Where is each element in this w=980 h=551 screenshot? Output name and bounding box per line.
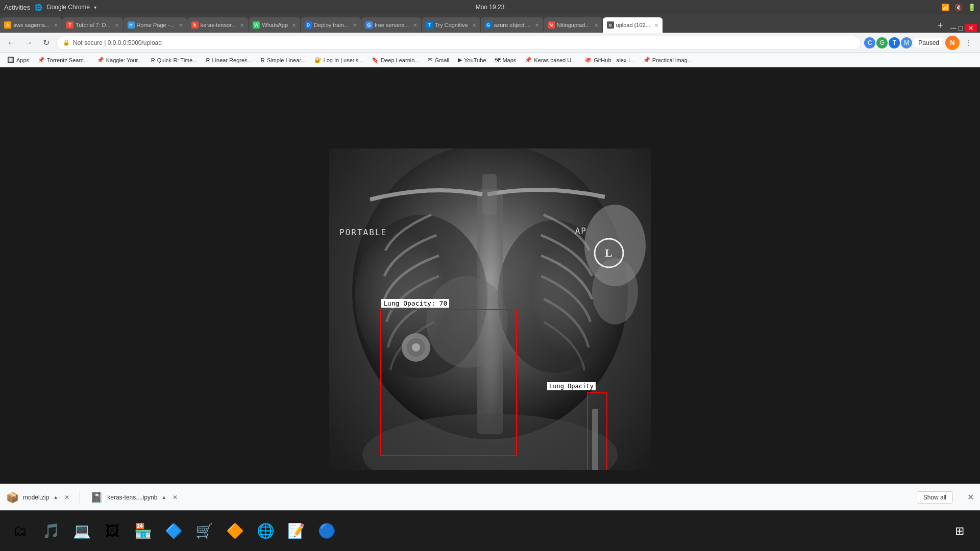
download-chevron-1[interactable]: ▲ (53, 494, 58, 500)
download-item-2[interactable]: 📓 keras-tens....ipynb ▲ ✕ (90, 491, 178, 504)
taskbar-app-software[interactable]: 🏪 (129, 517, 157, 545)
bookmarks-bar: 🔲Apps📌Torrentz Searc...📌Kaggle: Your...R… (0, 53, 980, 67)
browser-tab-tab10[interactable]: N Nitinguptad... ✕ (544, 17, 602, 33)
download-close-2[interactable]: ✕ (173, 494, 178, 501)
browser-tab-tab9[interactable]: G azure object ... ✕ (481, 17, 543, 33)
tab-close-tab6[interactable]: ✕ (353, 22, 357, 28)
bookmark-icon-6: 🔐 (314, 57, 322, 63)
download-bar-close[interactable]: ✕ (967, 492, 974, 502)
tab-label-tab9: azure object ... (494, 22, 531, 28)
bookmark-item-8[interactable]: ✉Gmail (424, 55, 453, 66)
bookmark-icon-8: ✉ (428, 57, 432, 63)
browser-tab-tab8[interactable]: T Try Cognitive ✕ (422, 17, 480, 33)
browser-tab-tab7[interactable]: G free servers... ✕ (361, 17, 421, 33)
minimize-button[interactable]: ─ (950, 23, 956, 33)
lock-icon: 🔒 (63, 39, 70, 46)
bookmark-item-10[interactable]: 🗺Maps (491, 55, 520, 66)
app-grid-button[interactable]: ⊞ (945, 517, 974, 545)
url-input-box[interactable]: 🔒 Not secure | 0.0.0.0:5000/upload (56, 36, 861, 50)
browser-tab-tab1[interactable]: A aws sagema... ✕ (0, 17, 62, 33)
bookmark-label-11: Keras based U... (534, 57, 576, 63)
svg-text:L: L (605, 246, 612, 259)
download-item-1[interactable]: 📦 model.zip ▲ ✕ (6, 491, 69, 504)
browser-tab-tab2[interactable]: T Tutorial 7: D... ✕ (62, 17, 123, 33)
bookmark-item-1[interactable]: 📌Torrentz Searc... (34, 55, 92, 66)
tab-close-tab11[interactable]: ✕ (654, 22, 658, 28)
bookmark-label-6: Log In | user's... (324, 57, 363, 63)
back-button[interactable]: ← (4, 36, 18, 50)
bookmark-label-8: Gmail (434, 57, 449, 63)
reload-button[interactable]: ↻ (39, 36, 53, 50)
bookmark-item-3[interactable]: RQuick-R: Time... (147, 55, 202, 66)
tab-close-tab4[interactable]: ✕ (240, 22, 244, 28)
tab-favicon-tab10: N (548, 21, 555, 29)
bookmark-item-13[interactable]: 📌Practical imag... (639, 55, 696, 66)
taskbar-app-chrome[interactable]: 🌐 (251, 517, 280, 545)
tab-favicon-tab11: u (607, 21, 614, 29)
paused-badge[interactable]: Paused (914, 38, 943, 47)
bookmark-item-2[interactable]: 📌Kaggle: Your... (93, 55, 146, 66)
tab-close-tab8[interactable]: ✕ (472, 22, 476, 28)
bookmark-item-9[interactable]: ▶YouTube (454, 55, 490, 66)
tab-close-tab2[interactable]: ✕ (115, 22, 119, 28)
taskbar-app-vlc[interactable]: 🔶 (220, 517, 249, 545)
tab-close-tab7[interactable]: ✕ (413, 22, 417, 28)
ext-icon-1[interactable]: C (864, 37, 875, 48)
forward-button[interactable]: → (21, 36, 36, 50)
bookmark-label-4: Linear Regres... (212, 57, 252, 63)
bookmark-icon-7: 🔖 (372, 57, 379, 63)
browser-tab-tab11[interactable]: u upload (102... ✕ (603, 17, 663, 33)
ext-icon-3[interactable]: T (889, 37, 900, 48)
tab-favicon-tab2: T (66, 21, 74, 29)
chrome-title[interactable]: Google Chrome (46, 4, 90, 11)
download-close-1[interactable]: ✕ (64, 494, 69, 501)
bookmark-item-4[interactable]: RLinear Regres... (202, 55, 256, 66)
browser-tab-tab5[interactable]: W WhatsApp ✕ (249, 17, 300, 33)
taskbar-app-vscode[interactable]: 🔵 (312, 517, 341, 545)
battery-icon: 🔋 (968, 4, 976, 11)
bookmark-item-11[interactable]: 📌Keras based U... (521, 55, 580, 66)
svg-point-10 (592, 258, 638, 324)
bookmark-item-12[interactable]: 🐙GitHub - alex-l... (580, 55, 638, 66)
profile-avatar[interactable]: N (945, 36, 960, 50)
taskbar-app-files[interactable]: 🗂 (6, 517, 35, 545)
bookmark-icon-13: 📌 (643, 57, 650, 63)
bookmark-item-6[interactable]: 🔐Log In | user's... (310, 55, 368, 66)
show-all-button[interactable]: Show all (917, 491, 953, 504)
browser-tab-tab4[interactable]: k keras-tensor... ✕ (187, 17, 249, 33)
bookmark-label-7: Deep Learnin... (381, 57, 419, 63)
tab-close-tab1[interactable]: ✕ (54, 22, 58, 28)
tab-close-tab9[interactable]: ✕ (535, 22, 539, 28)
bookmark-label-3: Quick-R: Time... (157, 57, 198, 63)
bookmark-item-5[interactable]: RSimple Linear... (257, 55, 310, 66)
tab-favicon-tab6: D (305, 21, 312, 29)
activities-button[interactable]: Activities (4, 4, 30, 11)
download-icon-2: 📓 (90, 491, 103, 504)
tab-close-tab10[interactable]: ✕ (594, 22, 598, 28)
menu-button[interactable]: ⋮ (962, 36, 976, 50)
taskbar-app-shotwell[interactable]: 🖼 (98, 517, 127, 545)
download-name-2: keras-tens....ipynb (107, 494, 157, 501)
taskbar-app-vscode-like[interactable]: 🔷 (159, 517, 188, 545)
taskbar-app-terminal[interactable]: 💻 (67, 517, 96, 545)
download-chevron-2[interactable]: ▲ (161, 494, 166, 500)
maximize-button[interactable]: □ (959, 24, 963, 32)
bookmark-item-7[interactable]: 🔖Deep Learnin... (368, 55, 423, 66)
taskbar-app-amazon[interactable]: 🛒 (190, 517, 218, 545)
close-button[interactable]: ✕ (965, 24, 977, 32)
time-display: Mon 19:23 (476, 4, 505, 11)
bookmark-icon-0: 🔲 (7, 57, 14, 63)
bookmark-item-0[interactable]: 🔲Apps (3, 55, 33, 66)
tab-close-tab5[interactable]: ✕ (292, 22, 296, 28)
tab-close-tab3[interactable]: ✕ (179, 22, 183, 28)
browser-tab-tab3[interactable]: H Home Page -... ✕ (124, 17, 187, 33)
chrome-dropdown-icon[interactable]: ▾ (94, 5, 96, 10)
taskbar-app-text-editor[interactable]: 📝 (282, 517, 310, 545)
ext-icon-4[interactable]: M (901, 37, 912, 48)
taskbar-app-rhythmbox[interactable]: 🎵 (37, 517, 65, 545)
new-tab-button[interactable]: + (933, 18, 947, 33)
browser-tab-tab6[interactable]: D Deploy train... ✕ (301, 17, 361, 33)
ext-icon-2[interactable]: G (876, 37, 888, 48)
portable-annotation: PORTABLE (339, 228, 387, 237)
detection-box-1: Lung Opacity: 70 (380, 309, 517, 456)
